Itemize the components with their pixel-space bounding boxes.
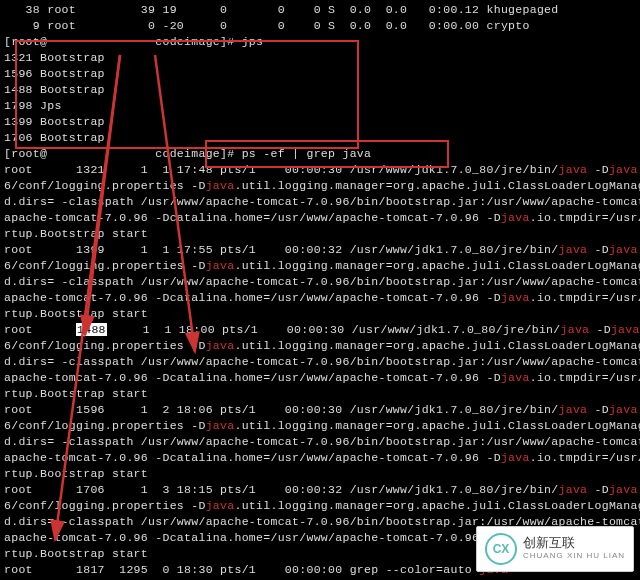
terminal-line: root 1399 1 1 17:55 pts/1 00:00:32 /usr/… [4,242,636,258]
terminal-line: root 1596 1 2 18:06 pts/1 00:00:30 /usr/… [4,402,636,418]
terminal-line: root 1488 1 1 18:00 pts/1 00:00:30 /usr/… [4,322,636,338]
terminal-line: apache-tomcat-7.0.96 -Dcatalina.home=/us… [4,450,636,466]
terminal-line: 6/conf/logging.properties -Djava.util.lo… [4,498,636,514]
terminal-line: 1596 Bootstrap [4,66,636,82]
terminal-line: rtup.Bootstrap start [4,386,636,402]
terminal-line: 6/conf/logging.properties -Djava.util.lo… [4,338,636,354]
terminal-line: rtup.Bootstrap start [4,306,636,322]
terminal-line: 9 root 0 -20 0 0 0 S 0.0 0.0 0:00.00 cry… [4,18,636,34]
watermark-logo-icon: CX [485,533,517,565]
terminal-line: d.dirs= -classpath /usr/www/apache-tomca… [4,274,636,290]
terminal-line: root 1321 1 1 17:48 pts/1 00:00:30 /usr/… [4,162,636,178]
terminal-line: [root@ codeimage]# jps [4,34,636,50]
terminal-line: d.dirs= -classpath /usr/www/apache-tomca… [4,354,636,370]
watermark-text-py: CHUANG XIN HU LIAN [523,549,625,562]
watermark: CX 创新互联 CHUANG XIN HU LIAN [476,526,634,572]
terminal-line: 6/conf/logging.properties -Djava.util.lo… [4,178,636,194]
terminal-line: d.dirs= -classpath /usr/www/apache-tomca… [4,194,636,210]
terminal-line: apache-tomcat-7.0.96 -Dcatalina.home=/us… [4,290,636,306]
terminal-line: 1488 Bootstrap [4,82,636,98]
terminal-line: apache-tomcat-7.0.96 -Dcatalina.home=/us… [4,370,636,386]
terminal-line: rtup.Bootstrap start [4,226,636,242]
terminal-line: rtup.Bootstrap start [4,466,636,482]
terminal-line: 1399 Bootstrap [4,114,636,130]
terminal-line: 6/conf/logging.properties -Djava.util.lo… [4,258,636,274]
terminal-line: 1706 Bootstrap [4,130,636,146]
watermark-text-cn: 创新互联 [523,536,625,549]
terminal-line: d.dirs= -classpath /usr/www/apache-tomca… [4,434,636,450]
terminal-line: root 1706 1 3 18:15 pts/1 00:00:32 /usr/… [4,482,636,498]
terminal-line: 1321 Bootstrap [4,50,636,66]
terminal-line: 6/conf/logging.properties -Djava.util.lo… [4,418,636,434]
terminal[interactable]: 38 root 39 19 0 0 0 S 0.0 0.0 0:00.12 kh… [0,0,640,580]
terminal-line: 1798 Jps [4,98,636,114]
terminal-line: 38 root 39 19 0 0 0 S 0.0 0.0 0:00.12 kh… [4,2,636,18]
terminal-line: apache-tomcat-7.0.96 -Dcatalina.home=/us… [4,210,636,226]
terminal-line: [root@ codeimage]# ps -ef | grep java [4,146,636,162]
